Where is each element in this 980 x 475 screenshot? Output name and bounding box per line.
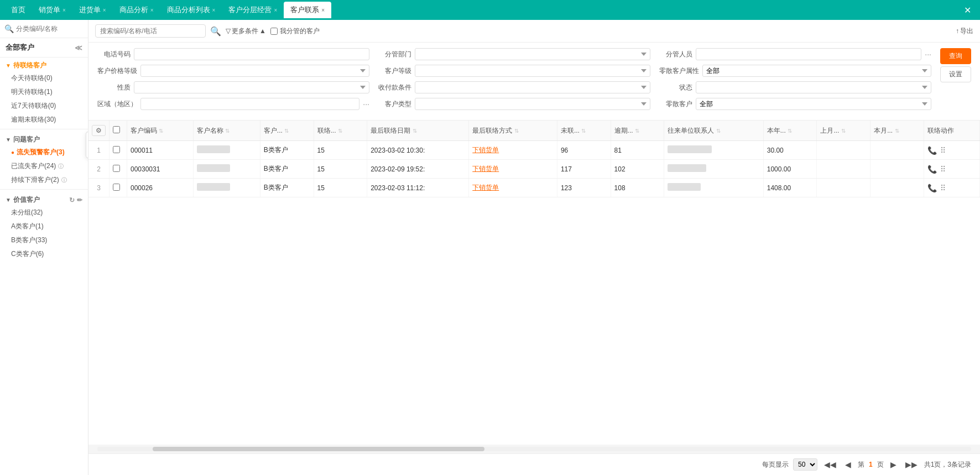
export-button[interactable]: ↑ 导出 [956, 27, 973, 36]
th-contact-count[interactable]: 联络... ⇅ [314, 121, 367, 141]
query-button[interactable]: 查询 [940, 48, 971, 64]
filter-search-button[interactable]: 🔍 [210, 26, 221, 36]
filter-bar: 🔍 ▽ 更多条件 ▲ 我分管的客户 ↑ 导出 [88, 20, 980, 43]
churned-info-icon[interactable]: ⓘ [58, 163, 64, 170]
sidebar-group-pending-contact[interactable]: ▼ 待联络客户 [0, 58, 88, 71]
close-purchase-tab-icon[interactable]: × [103, 7, 106, 13]
close-sales-tab-icon[interactable]: × [62, 7, 66, 13]
next-page-button[interactable]: ▶ [888, 459, 899, 470]
customer-name-blur-3 [197, 183, 230, 191]
sidebar-item-churn-warning[interactable]: ● 流失预警客户(3) [0, 145, 88, 159]
th-this-month[interactable]: 本月... ⇅ [870, 121, 924, 141]
nav-tab-purchase[interactable]: 进货单 × [72, 2, 113, 18]
customer-type-select[interactable] [415, 98, 650, 110]
nav-tab-analysis[interactable]: 商品分析 × [113, 2, 160, 18]
last-page-button[interactable]: ▶▶ [903, 459, 920, 470]
value-customers-refresh-icon[interactable]: ↻ [69, 196, 75, 204]
close-analysis-list-tab-icon[interactable]: × [212, 7, 216, 13]
retail-customer-select[interactable]: 全部 [696, 98, 931, 110]
row3-phone-icon[interactable]: 📞 [927, 184, 937, 192]
close-customer-contact-tab-icon[interactable]: × [321, 7, 325, 13]
last-contact-method-link-3[interactable]: 下销货单 [472, 184, 499, 191]
th-uncontacted[interactable]: 未联... ⇅ [557, 121, 611, 141]
last-contact-method-link-1[interactable]: 下销货单 [472, 146, 499, 154]
sidebar-item-declining[interactable]: 持续下滑客户(2) ⓘ [0, 173, 88, 187]
sidebar-item-class-c[interactable]: C类客户(6) [0, 247, 88, 261]
nav-tab-customer-layer[interactable]: 客户分层经营 × [222, 2, 284, 18]
sidebar-item-class-a[interactable]: A类客户(1) [0, 220, 88, 233]
row1-more-icon[interactable]: ⠿ [940, 146, 946, 155]
my-customers-checkbox-label[interactable]: 我分管的客户 [270, 27, 320, 36]
retail-attr-select[interactable]: 全部 [702, 65, 931, 77]
my-customers-checkbox[interactable] [270, 28, 278, 35]
per-page-select[interactable]: 50 [793, 458, 817, 471]
manager-dots-icon[interactable]: ··· [925, 50, 931, 59]
region-input[interactable] [140, 98, 359, 110]
declining-info-icon[interactable]: ⓘ [61, 176, 67, 184]
close-all-tabs-button[interactable]: ✕ [960, 3, 976, 18]
td-row-num-2: 2 [88, 160, 110, 179]
sidebar-item-class-b[interactable]: B类客户(33) [0, 233, 88, 247]
nav-tab-customer-contact[interactable]: 客户联系 × [284, 2, 331, 18]
row3-checkbox[interactable] [113, 184, 120, 191]
th-last-contact-method[interactable]: 最后联络方式 ⇅ [469, 121, 557, 141]
value-customers-edit-icon[interactable]: ✏ [77, 196, 82, 204]
sidebar-collapse-icon[interactable]: ≪ [75, 44, 82, 52]
sidebar-group-problem-customers[interactable]: ▼ 问题客户 [0, 132, 88, 145]
th-contact-person[interactable]: 往来单位联系人 ⇅ [664, 121, 764, 141]
manager-input[interactable] [696, 48, 921, 60]
th-last-month[interactable]: 上月... ⇅ [817, 121, 870, 141]
filter-search-input[interactable] [95, 24, 206, 38]
horizontal-scrollbar[interactable] [97, 447, 971, 451]
first-page-button[interactable]: ◀◀ [822, 459, 838, 470]
row2-phone-icon[interactable]: 📞 [927, 165, 937, 174]
sidebar-item-unclassified[interactable]: 未分组(32) [0, 206, 88, 220]
row1-phone-icon[interactable]: 📞 [927, 146, 937, 155]
close-customer-layer-tab-icon[interactable]: × [274, 7, 277, 13]
prev-page-button[interactable]: ◀ [843, 459, 853, 470]
scrollbar-thumb[interactable] [153, 447, 484, 451]
row3-more-icon[interactable]: ⠿ [940, 184, 946, 192]
th-customer-type[interactable]: 客户... ⇅ [260, 121, 314, 141]
row1-checkbox[interactable] [113, 146, 120, 153]
th-last-contact-date[interactable]: 最后联络日期 ⇅ [367, 121, 469, 141]
nav-tab-sales[interactable]: 销货单 × [32, 2, 72, 18]
sidebar-item-today-contact[interactable]: 今天待联络(0) [0, 71, 88, 85]
price-level-select[interactable] [140, 65, 369, 77]
table-settings-button[interactable]: ⚙ [92, 125, 106, 136]
phone-input[interactable] [134, 48, 369, 60]
row2-checkbox[interactable] [113, 165, 120, 172]
nature-select[interactable] [134, 81, 369, 93]
th-this-year[interactable]: 本年... ⇅ [763, 121, 817, 141]
nav-tab-analysis-list[interactable]: 商品分析列表 × [160, 2, 222, 18]
settings-button[interactable]: 设置 [940, 66, 971, 82]
nav-tab-home[interactable]: 首页 [4, 2, 32, 18]
th-customer-code[interactable]: 客户编码 ⇅ [127, 121, 194, 141]
th-customer-name[interactable]: 客户名称 ⇅ [193, 121, 260, 141]
select-all-checkbox[interactable] [113, 126, 120, 133]
th-overdue[interactable]: 逾期... ⇅ [611, 121, 664, 141]
sidebar-item-tomorrow-contact[interactable]: 明天待联络(1) [0, 85, 88, 99]
td-this-year-1: 30.00 [763, 141, 817, 160]
row2-more-icon[interactable]: ⠿ [940, 165, 946, 174]
status-select[interactable] [696, 81, 931, 93]
sidebar-item-7day-contact[interactable]: 近7天待联络(0) [0, 99, 88, 113]
filter-field-manager: 分管人员 ··· [659, 48, 931, 60]
filter-field-region: 区域（地区） ··· [97, 98, 369, 110]
last-contact-method-link-2[interactable]: 下销货单 [472, 165, 499, 173]
region-dots-icon[interactable]: ··· [363, 100, 369, 108]
sidebar-search-input[interactable] [16, 25, 88, 33]
last-page-icon: ▶▶ [905, 460, 918, 469]
sidebar-group-value-customers[interactable]: ▼ 价值客户 ↻ ✏ [0, 192, 88, 206]
payment-select[interactable] [415, 81, 650, 93]
sidebar-item-churned[interactable]: 已流失客户(24) ⓘ [0, 159, 88, 173]
sidebar-header: 全部客户 ≪ [0, 38, 88, 58]
td-date-3: 2023-02-03 11:12: [367, 179, 469, 197]
customer-level-select[interactable] [415, 65, 650, 77]
close-analysis-tab-icon[interactable]: × [150, 7, 154, 13]
td-name-2 [193, 160, 260, 179]
more-conditions-button[interactable]: ▽ 更多条件 ▲ [226, 27, 266, 36]
th-checkbox [110, 121, 127, 141]
dept-select[interactable] [415, 48, 650, 60]
sidebar-item-overdue-contact[interactable]: 逾期未联络(30) [0, 113, 88, 127]
